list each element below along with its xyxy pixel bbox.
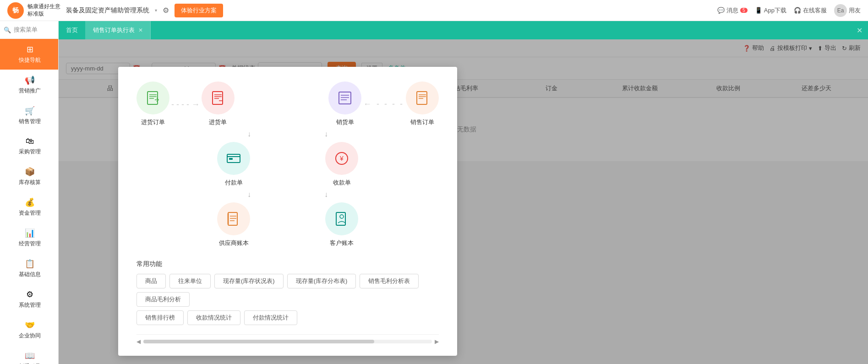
sidebar-item-label: 库存核算 — [19, 179, 41, 186]
scroll-thumb — [143, 340, 374, 343]
sidebar-item-sales[interactable]: 🛒 销售管理 — [0, 100, 58, 131]
service-icon: 🎧 — [794, 7, 801, 14]
sidebar-item-label: 销售管理 — [19, 118, 41, 125]
common-title: 常用功能 — [136, 260, 439, 268]
close-all-tabs-btn[interactable]: ✕ — [851, 26, 868, 35]
system-dropdown-icon[interactable]: ▾ — [155, 8, 157, 13]
sales-icon: 🛒 — [25, 106, 35, 116]
customer-ledger-node[interactable] — [325, 202, 358, 235]
arrow-down-payment: ↓ — [217, 130, 281, 138]
modal-scrollbar: ◀ ▶ — [136, 334, 439, 345]
func-btn-stock-status[interactable]: 现存量(库存状况表) — [214, 274, 284, 288]
trial-btn[interactable]: 体验行业方案 — [175, 4, 223, 17]
sidebar-item-label: 资金管理 — [19, 209, 41, 217]
sidebar-item-label: 营销推广 — [19, 87, 41, 95]
svg-rect-0 — [147, 92, 158, 104]
scroll-track[interactable] — [143, 340, 432, 343]
message-badge: 5 — [740, 8, 748, 13]
func-btn-sales-rank[interactable]: 销售排行榜 — [136, 310, 184, 325]
arrow-to-purchase-bill: - - - - → — [169, 99, 202, 109]
receipt-bill-label: 收款单 — [333, 179, 351, 187]
sidebar-item-purchase[interactable]: 🛍 采购管理 — [0, 131, 58, 161]
svg-rect-12 — [417, 92, 427, 104]
sidebar-item-label: 经营管理 — [19, 240, 41, 248]
sidebar-item-enterprise[interactable]: 🤝 企业协同 — [0, 315, 58, 345]
sales-order-node[interactable] — [406, 81, 439, 114]
sidebar-item-system[interactable]: ⚙ 系统管理 — [0, 284, 58, 315]
sales-order-label: 销售订单 — [410, 118, 434, 126]
system-title: 装备及固定资产辅助管理系统 — [66, 6, 149, 15]
tab-home[interactable]: 首页 — [59, 21, 86, 39]
message-btn[interactable]: 💬 消息 5 — [717, 6, 748, 15]
purchase-bill-node[interactable] — [202, 81, 235, 114]
func-buttons: 商品 往来单位 现存量(库存状况表) 现存量(库存分布表) 销售毛利分析表 商品… — [136, 274, 439, 307]
app-icon: 📱 — [755, 7, 762, 14]
customer-ledger-col: 客户账本 — [325, 202, 358, 247]
arrow-down-customer: ↓ — [294, 190, 358, 199]
modal-overlay: 进货订单 - - - - → — [59, 39, 868, 364]
sidebar-item-basic[interactable]: 📋 基础信息 — [0, 253, 58, 284]
workflow-diagram: 进货订单 - - - - → — [136, 81, 439, 249]
sidebar-item-inventory[interactable]: 📦 库存核算 — [0, 161, 58, 192]
purchase-bill-down-col: ↓ — [217, 128, 281, 140]
func-btn-goods-profit[interactable]: 商品毛利分析 — [136, 292, 190, 307]
arrow-down-receipt: ↓ — [294, 130, 358, 138]
sidebar: 🔍 搜索菜单 ⊞ 快捷导航 📢 营销推广 🛒 销售管理 🛍 采 — [0, 21, 59, 364]
tab-close-icon[interactable]: ✕ — [138, 27, 143, 33]
func-btn-goods[interactable]: 商品 — [136, 274, 166, 288]
func-btn-stock-dist[interactable]: 现存量(库存分布表) — [287, 274, 356, 288]
func-btn-sales-profit[interactable]: 销售毛利分析表 — [360, 274, 419, 288]
sales-bill-down-col: ↓ — [294, 128, 358, 140]
page-content: ❓ 帮助 🖨 按模板打印 ▾ ⬆ 导出 ↻ 刷新 — [59, 39, 868, 364]
content-area: 首页 销售订单执行表 ✕ ✕ ❓ 帮助 🖨 — [59, 21, 868, 364]
receipt-bill-node[interactable]: ¥ — [325, 142, 358, 175]
supplier-ledger-label: 供应商账本 — [219, 239, 249, 247]
sidebar-item-label: 企业协同 — [19, 332, 41, 340]
sidebar-item-operation[interactable]: 📊 经营管理 — [0, 223, 58, 253]
sidebar-item-guide[interactable]: 📖 新手引导 — [0, 345, 58, 364]
search-icon: 🔍 — [4, 27, 11, 33]
func-btn-payment-stats[interactable]: 付款情况统计 — [244, 310, 297, 325]
payment-bill-node[interactable] — [217, 142, 250, 175]
brand-name: 畅康通好生意 标准版 — [27, 3, 60, 17]
online-service-btn[interactable]: 🎧 在线客服 — [794, 6, 827, 15]
svg-rect-21 — [228, 212, 237, 225]
guide-icon: 📖 — [25, 351, 35, 361]
supplier-ledger-col: 供应商账本 — [217, 202, 250, 247]
app-download-btn[interactable]: 📱 App下载 — [755, 6, 786, 15]
scroll-right-arrow[interactable]: ▶ — [435, 338, 439, 345]
purchase-order-label: 进货订单 — [141, 118, 165, 126]
payment-down-col: ↓ — [217, 189, 281, 201]
basic-icon: 📋 — [25, 259, 35, 269]
quick-nav-modal: 进货订单 - - - - → — [118, 67, 457, 356]
arrow-down-supplier: ↓ — [217, 190, 281, 199]
purchase-bill-col: 进货单 — [202, 81, 235, 126]
brand-logo: 畅 畅康通好生意 标准版 — [7, 2, 60, 19]
payment-bill-col: 付款单 — [217, 142, 250, 187]
sales-bill-node[interactable] — [328, 81, 361, 114]
brand-icon: 畅 — [7, 2, 24, 19]
func-buttons-row2: 销售排行榜 收款情况统计 付款情况统计 — [136, 310, 439, 325]
sidebar-search[interactable]: 🔍 搜索菜单 — [0, 21, 58, 39]
settings-icon[interactable]: ⚙ — [163, 6, 169, 15]
sales-bill-label: 销货单 — [336, 118, 354, 126]
sidebar-item-finance[interactable]: 💰 资金管理 — [0, 192, 58, 223]
supplier-ledger-node[interactable] — [217, 202, 250, 235]
scroll-left-arrow[interactable]: ◀ — [136, 338, 141, 345]
marketing-icon: 📢 — [25, 75, 35, 85]
tab-bar: 首页 销售订单执行表 ✕ ✕ — [59, 21, 868, 39]
svg-text:¥: ¥ — [339, 155, 344, 162]
purchase-order-node[interactable] — [136, 81, 169, 114]
func-btn-counterpart[interactable]: 往来单位 — [169, 274, 211, 288]
enterprise-icon: 🤝 — [25, 320, 35, 330]
user-menu[interactable]: Ea 用友 — [834, 4, 861, 17]
func-btn-receipt-stats[interactable]: 收款情况统计 — [187, 310, 240, 325]
inventory-icon: 📦 — [25, 167, 35, 177]
tab-sales-order[interactable]: 销售订单执行表 ✕ — [86, 21, 151, 39]
arrow-from-sales-order: ← - - - - — [361, 99, 406, 109]
sidebar-item-quick-nav[interactable]: ⊞ 快捷导航 — [0, 39, 58, 70]
sidebar-menu: ⊞ 快捷导航 📢 营销推广 🛒 销售管理 🛍 采购管理 📦 库存核算 — [0, 39, 58, 364]
sidebar-item-marketing[interactable]: 📢 营销推广 — [0, 70, 58, 100]
sidebar-item-label: 基础信息 — [19, 271, 41, 278]
svg-rect-8 — [339, 92, 351, 104]
